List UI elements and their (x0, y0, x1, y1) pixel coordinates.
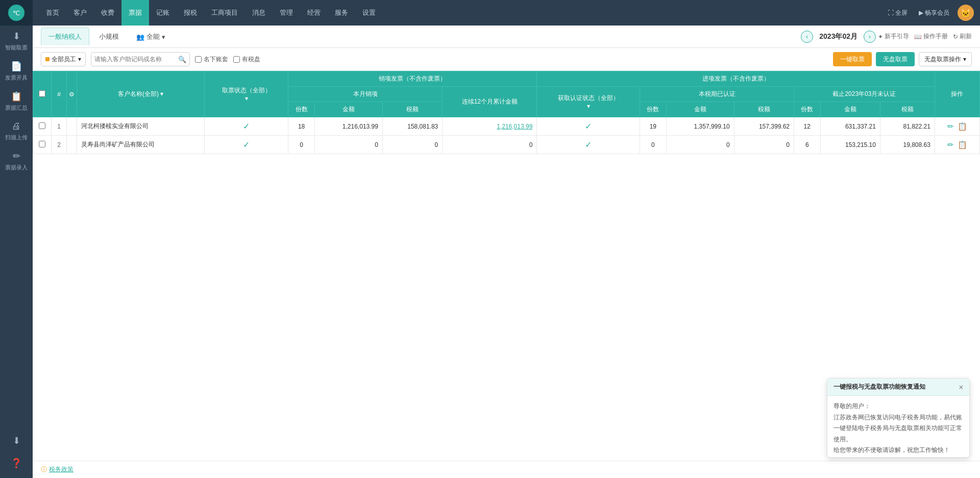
invoice-open-icon: 📄 (11, 61, 22, 72)
sidebar-item-invoice-open[interactable]: 📄 发票开具 (0, 56, 33, 86)
nav-bookkeeping[interactable]: 记账 (149, 0, 177, 26)
refresh-icon: ↻ (953, 33, 958, 40)
row1-view-btn[interactable]: 📋 (958, 122, 967, 131)
sales-invoice-header: 销项发票（不含作废票） (288, 71, 537, 87)
sidebar-logo[interactable]: ℃ (0, 0, 33, 26)
purchase-invoice-header: 进项发票（不含作废票） (537, 71, 935, 87)
user-group-icon: 👥 (136, 33, 144, 41)
notif-close-btn[interactable]: × (959, 383, 963, 391)
settings-icon[interactable]: ⚙ (69, 91, 75, 98)
notif-header: 一键报税与无盘取票功能恢复通知 × (827, 379, 969, 396)
nav-message[interactable]: 消息 (245, 0, 273, 26)
row1-monthly-count: 18 (288, 117, 315, 136)
help-icon: ❓ (11, 458, 22, 469)
row2-uncert-tax: 19,808.63 (880, 136, 935, 154)
data-entry-icon: ✏ (13, 150, 20, 162)
sidebar-bottom: ⬇ ❓ (0, 430, 33, 478)
checkbox-accounts-label[interactable]: 名下账套 (195, 55, 228, 64)
employee-dot-icon (45, 57, 50, 61)
row1-current-cert-tax: 157,399.62 (734, 117, 794, 136)
nav-tax[interactable]: 报税 (177, 0, 204, 26)
filter-bar-right: 一键取票 无盘取票 无盘取票操作 ▾ (833, 52, 972, 66)
tax-policy-icon: ⓘ (41, 465, 47, 474)
row2-current-cert-count: 0 (640, 136, 667, 154)
checkbox-accounts[interactable] (195, 56, 202, 63)
nav-invoice[interactable]: 票据 (121, 0, 149, 26)
member-btn[interactable]: ▶ 畅享会员 (916, 7, 952, 19)
user-avatar[interactable]: 🐱 (958, 5, 974, 21)
scan-upload-icon: 🖨 (12, 121, 21, 132)
sidebar-item-scan-upload[interactable]: 🖨 扫描上传 (0, 116, 33, 145)
checkbox-tax-disk[interactable] (233, 56, 240, 63)
next-month-btn[interactable]: › (864, 31, 876, 43)
manual-btn[interactable]: 📖 操作手册 (914, 32, 948, 41)
sidebar-item-invoice-summary[interactable]: 📋 票据汇总 (0, 86, 33, 116)
prev-month-btn[interactable]: ‹ (801, 31, 813, 43)
nav-customer[interactable]: 客户 (66, 0, 94, 26)
employee-filter[interactable]: 全部员工 ▾ (41, 52, 86, 66)
row2-uncert-count: 6 (794, 136, 820, 154)
row2-fetch-status-icon: ✓ (243, 140, 250, 149)
row1-checkbox[interactable] (39, 122, 45, 129)
tab-small[interactable]: 小规模 (91, 28, 127, 45)
row1-edit-btn[interactable]: ✏ (947, 122, 954, 131)
row2-edit-btn[interactable]: ✏ (947, 140, 954, 149)
current-date: 2023年02月 (815, 32, 862, 41)
checkbox-tax-disk-label[interactable]: 有税盘 (233, 55, 260, 64)
sidebar-item-download[interactable]: ⬇ (0, 430, 33, 450)
sidebar-item-data-entry[interactable]: ✏ 票据录入 (0, 145, 33, 175)
row1-customer-name: 河北柯搂椟实业有限公司 (77, 117, 205, 136)
tab-bar: 一般纳税人 小规模 👥 全能 ▾ ‹ 2023年02月 › ✦ 新手引导 📖 操… (33, 26, 980, 48)
top-nav: 首页 客户 收费 票据 记账 报税 工商项目 消息 管理 经营 服务 设置 ⛶ … (33, 0, 980, 26)
fullscreen-btn[interactable]: ⛶ 全屏 (885, 7, 911, 19)
row2-current-cert-amount: 0 (666, 136, 734, 154)
cert-filter-icon[interactable]: ▾ (587, 103, 590, 110)
nav-settings[interactable]: 设置 (355, 0, 383, 26)
tab-bar-right: ✦ 新手引导 📖 操作手册 ↻ 刷新 (878, 32, 972, 41)
fetch-status-filter-icon[interactable]: ▾ (245, 95, 248, 102)
sidebar-item-smart-fetch[interactable]: ⬇ 智能取票 (0, 26, 33, 56)
search-icon[interactable]: 🔍 (178, 56, 186, 63)
download-icon: ⬇ (13, 435, 20, 446)
row2-view-btn[interactable]: 📋 (958, 140, 967, 149)
no-disk-ops-btn[interactable]: 无盘取票操作 ▾ (919, 52, 972, 66)
smart-fetch-icon: ⬇ (13, 31, 20, 42)
svg-text:℃: ℃ (13, 9, 20, 17)
table-row: 2 灵寿县尚泽矿产品有限公司 ✓ 0 0 0 0 ✓ 0 0 0 6 153,2… (33, 136, 980, 154)
row1-current-cert-count: 19 (640, 117, 667, 136)
nav-service[interactable]: 服务 (328, 0, 355, 26)
row1-index: 1 (52, 117, 67, 136)
select-all-checkbox[interactable] (39, 90, 45, 97)
customer-filter-icon[interactable]: ▾ (160, 90, 163, 97)
row2-checkbox[interactable] (39, 141, 45, 147)
nav-home[interactable]: 首页 (39, 0, 66, 26)
row2-monthly-count: 0 (288, 136, 315, 154)
row2-uncert-amount: 153,215.10 (820, 136, 880, 154)
row2-cumulative: 0 (443, 136, 537, 154)
employee-dropdown-icon: ▾ (78, 56, 81, 63)
tab-general[interactable]: 一般纳税人 (41, 28, 89, 45)
one-click-fetch-btn[interactable]: 一键取票 (833, 52, 872, 66)
tab-all-dropdown-icon: ▾ (162, 33, 165, 41)
nav-management[interactable]: 管理 (273, 0, 300, 26)
row1-monthly-tax: 158,081.83 (382, 117, 442, 136)
tax-policy-link[interactable]: 税务政策 (49, 465, 74, 474)
row1-uncert-tax: 81,822.21 (880, 117, 935, 136)
row2-monthly-amount: 0 (314, 136, 382, 154)
row1-current-cert-amount: 1,357,999.10 (666, 117, 734, 136)
guide-btn[interactable]: ✦ 新手引导 (878, 32, 909, 41)
nav-operation[interactable]: 经营 (300, 0, 328, 26)
sidebar-item-help[interactable]: ❓ (0, 452, 33, 473)
nav-collection[interactable]: 收费 (94, 0, 121, 26)
nav-business[interactable]: 工商项目 (204, 0, 245, 26)
search-input[interactable] (94, 56, 176, 63)
no-disk-fetch-btn[interactable]: 无盘取票 (876, 52, 915, 66)
notif-text: 尊敬的用户： 江苏政务网已恢复访问电子税务局功能，易代账一键登陆电子税务局与无盘… (834, 401, 963, 457)
tab-all[interactable]: 👥 全能 ▾ (129, 28, 173, 45)
row1-cumulative[interactable]: 1,216,013.99 (443, 117, 537, 136)
row1-uncert-amount: 631,337.21 (820, 117, 880, 136)
manual-icon: 📖 (914, 33, 922, 40)
refresh-btn[interactable]: ↻ 刷新 (953, 32, 972, 41)
search-wrap: 🔍 (91, 52, 190, 66)
row2-customer-name: 灵寿县尚泽矿产品有限公司 (77, 136, 205, 154)
